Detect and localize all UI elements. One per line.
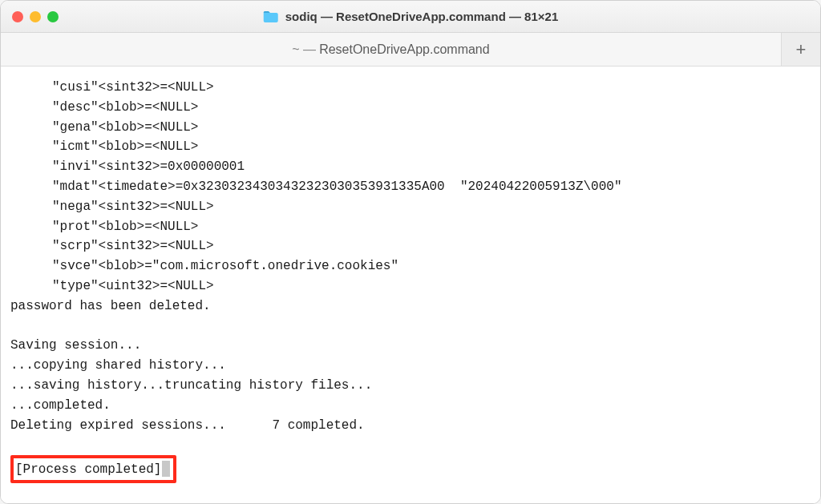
terminal-window: sodiq — ResetOneDriveApp.command — 81×21… xyxy=(0,0,821,504)
tab-label: ResetOneDriveApp.command xyxy=(319,42,490,57)
process-completed-highlight: [Process completed] xyxy=(10,455,176,483)
attr-line: "gena"<blob>=<NULL> xyxy=(10,118,811,138)
tab-prefix: ~ — xyxy=(292,42,316,57)
attr-line: "desc"<blob>=<NULL> xyxy=(10,98,811,118)
terminal-output[interactable]: "cusi"<sint32>=<NULL>"desc"<blob>=<NULL>… xyxy=(1,67,820,503)
msg-delete-expired: Deleting expired sessions... 7 completed… xyxy=(10,416,811,436)
tabbar: ~ — ResetOneDriveApp.command + xyxy=(1,33,820,67)
msg-deleted: password has been deleted. xyxy=(10,296,811,317)
cursor xyxy=(162,461,170,477)
msg-completed: ...completed. xyxy=(10,396,811,416)
msg-saving: Saving session... xyxy=(10,336,811,356)
attr-line: "nega"<sint32>=<NULL> xyxy=(10,197,811,217)
attr-line: "type"<uint32>=<NULL> xyxy=(10,276,811,296)
maximize-button[interactable] xyxy=(47,11,59,22)
attr-line: "cusi"<sint32>=<NULL> xyxy=(10,78,811,98)
attr-line: "mdat"<timedate>=0x323032343034323230303… xyxy=(10,177,811,197)
attr-line: "svce"<blob>="com.microsoft.onedrive.coo… xyxy=(10,256,811,276)
msg-process: [Process completed] xyxy=(15,462,161,477)
msg-save-trunc: ...saving history...truncating history f… xyxy=(10,376,811,396)
tab-main[interactable]: ~ — ResetOneDriveApp.command xyxy=(1,33,782,66)
minimize-button[interactable] xyxy=(30,11,41,22)
attr-line: "invi"<sint32>=0x00000001 xyxy=(10,157,811,177)
titlebar: sodiq — ResetOneDriveApp.command — 81×21 xyxy=(1,1,820,33)
new-tab-button[interactable]: + xyxy=(782,33,820,66)
close-button[interactable] xyxy=(12,11,23,22)
attr-line: "prot"<blob>=<NULL> xyxy=(10,217,811,237)
traffic-lights xyxy=(12,11,59,22)
window-title: sodiq — ResetOneDriveApp.command — 81×21 xyxy=(285,10,559,23)
blank-line xyxy=(10,317,811,337)
blank-line xyxy=(10,435,811,455)
plus-icon: + xyxy=(796,39,807,60)
attr-line: "icmt"<blob>=<NULL> xyxy=(10,137,811,157)
attr-line: "scrp"<sint32>=<NULL> xyxy=(10,236,811,256)
window-title-group: sodiq — ResetOneDriveApp.command — 81×21 xyxy=(263,10,559,23)
msg-copy: ...copying shared history... xyxy=(10,356,811,376)
folder-icon xyxy=(263,10,279,23)
